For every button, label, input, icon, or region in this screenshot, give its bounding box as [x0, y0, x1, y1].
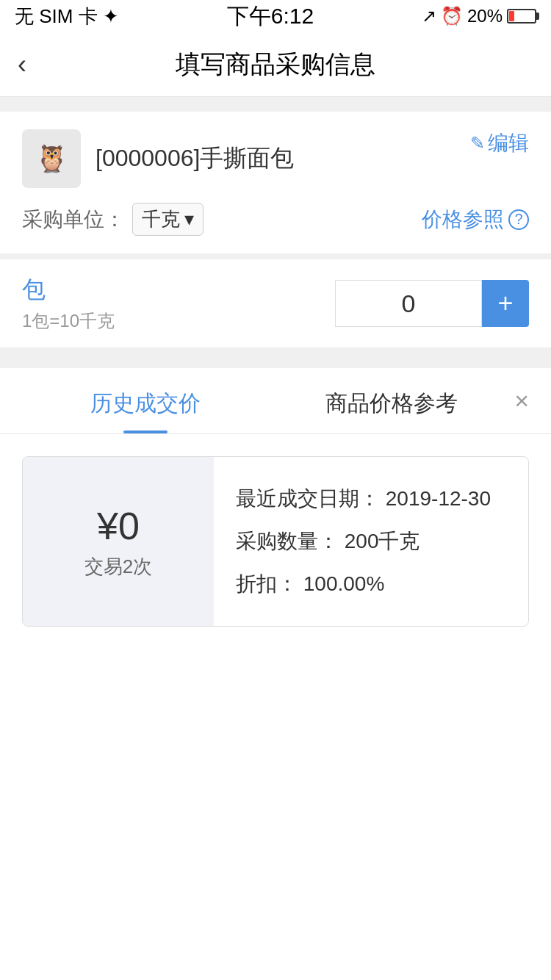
unit-value: 千克 — [142, 206, 180, 232]
quantity-input[interactable]: 0 — [335, 280, 482, 327]
divider-1 — [0, 253, 551, 259]
tab-content: ¥0 交易2次 最近成交日期： 2019-12-30 采购数量： 200千克 折… — [0, 434, 551, 649]
history-date-row: 最近成交日期： 2019-12-30 — [236, 483, 506, 514]
history-qty-row: 采购数量： 200千克 — [236, 526, 506, 557]
status-bar: 无 SIM 卡 ✦ 下午6:12 ↗ ⏰ 20% — [0, 0, 551, 32]
tab-close-button[interactable]: × — [514, 372, 529, 430]
quantity-sub-label: 1包=10千克 — [22, 309, 115, 333]
product-card: 🦉 [0000006]手撕面包 ✎ 编辑 采购单位： 千克 ▾ 价格参照 ? — [0, 112, 551, 253]
nav-title: 填写商品采购信息 — [176, 48, 375, 82]
history-left: ¥0 交易2次 — [23, 457, 214, 626]
unit-arrow-icon: ▾ — [184, 208, 194, 231]
discount-value: 100.00% — [303, 572, 385, 595]
tab-history-price[interactable]: 历史成交价 — [22, 368, 268, 433]
quantity-plus-button[interactable]: + — [482, 280, 529, 327]
edit-icon: ✎ — [470, 133, 485, 154]
date-value: 2019-12-30 — [386, 487, 491, 510]
tab-panel: 历史成交价 商品价格参考 × ¥0 交易2次 最近成交日期： 2019-12-3… — [0, 368, 551, 649]
quantity-unit-label: 包 — [22, 274, 115, 306]
product-owl-icon: 🦉 — [35, 143, 68, 174]
history-discount-row: 折扣： 100.00% — [236, 569, 506, 599]
unit-label: 采购单位： — [22, 206, 125, 234]
history-card: ¥0 交易2次 最近成交日期： 2019-12-30 采购数量： 200千克 折… — [22, 456, 529, 627]
history-trade-count: 交易2次 — [84, 554, 152, 580]
divider-2 — [0, 347, 551, 353]
battery-icon — [507, 9, 536, 24]
nav-bar: ‹ 填写商品采购信息 — [0, 32, 551, 97]
location-icon: ↗ — [422, 6, 436, 26]
quantity-row: 包 1包=10千克 0 + — [0, 259, 551, 347]
discount-label: 折扣： — [236, 572, 298, 595]
product-thumbnail: 🦉 — [22, 129, 81, 188]
tab-product-price-ref[interactable]: 商品价格参考 — [268, 368, 514, 433]
product-name: [0000006]手撕面包 — [96, 143, 294, 175]
price-ref-label: 价格参照 — [422, 206, 504, 234]
quantity-label-group: 包 1包=10千克 — [22, 274, 115, 333]
status-left: 无 SIM 卡 ✦ — [15, 4, 119, 29]
history-right: 最近成交日期： 2019-12-30 采购数量： 200千克 折扣： 100.0… — [214, 457, 528, 626]
status-time: 下午6:12 — [227, 1, 314, 32]
help-icon: ? — [508, 209, 529, 230]
qty-value: 200千克 — [345, 530, 420, 552]
qty-label: 采购数量： — [236, 530, 339, 552]
unit-select[interactable]: 千克 ▾ — [132, 203, 204, 236]
tab-header: 历史成交价 商品价格参考 × — [0, 368, 551, 434]
price-ref-button[interactable]: 价格参照 ? — [422, 206, 529, 234]
page-body — [0, 649, 551, 980]
product-left: 🦉 [0000006]手撕面包 — [22, 129, 294, 188]
edit-label: 编辑 — [488, 129, 529, 157]
edit-button[interactable]: ✎ 编辑 — [470, 129, 529, 157]
quantity-controls: 0 + — [335, 280, 529, 327]
back-button[interactable]: ‹ — [18, 49, 26, 80]
battery-pct: 20% — [467, 6, 503, 26]
alarm-icon: ⏰ — [441, 6, 463, 26]
sim-text: 无 SIM 卡 ✦ — [15, 4, 119, 29]
product-header: 🦉 [0000006]手撕面包 ✎ 编辑 — [22, 129, 529, 188]
history-price: ¥0 — [97, 504, 140, 548]
product-unit-row: 采购单位： 千克 ▾ 价格参照 ? — [22, 203, 529, 236]
date-label: 最近成交日期： — [236, 487, 380, 510]
status-right: ↗ ⏰ 20% — [422, 6, 536, 26]
